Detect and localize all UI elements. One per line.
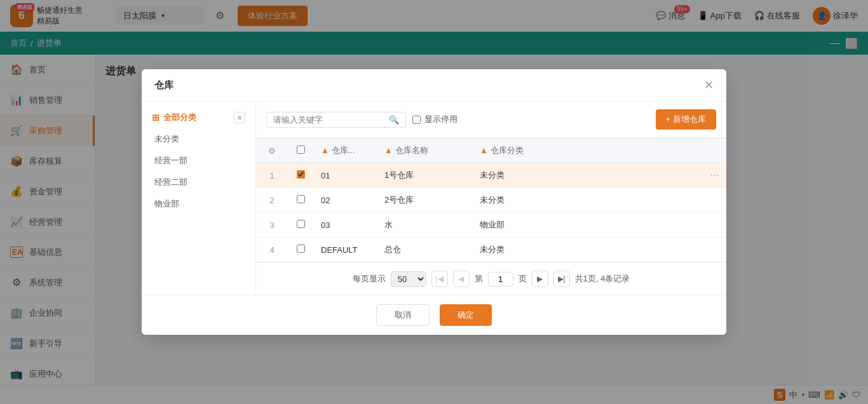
table-row[interactable]: 2 02 2号仓库 未分类 bbox=[256, 188, 726, 213]
row-checkbox[interactable] bbox=[288, 238, 313, 262]
row-code: 02 bbox=[313, 188, 377, 213]
row-check[interactable] bbox=[297, 245, 305, 253]
page-label: 第 bbox=[475, 273, 483, 285]
row-check[interactable] bbox=[297, 195, 305, 203]
search-icon[interactable]: 🔍 bbox=[389, 115, 399, 125]
per-page-select[interactable]: 50 100 200 bbox=[391, 271, 426, 287]
sort-icon: ▲ bbox=[321, 145, 329, 155]
row-number: 3 bbox=[256, 213, 288, 238]
show-disabled-label: 显示停用 bbox=[424, 114, 458, 125]
table-row[interactable]: 4 DEFAULT 总仓 未分类 bbox=[256, 238, 726, 262]
total-info: 共1页, 4条记录 bbox=[575, 273, 630, 285]
search-input-wrap: 🔍 bbox=[266, 112, 406, 128]
search-input[interactable] bbox=[273, 115, 386, 125]
row-number: 1 bbox=[256, 163, 288, 188]
page-input[interactable]: 1 bbox=[488, 272, 513, 286]
select-all-checkbox[interactable] bbox=[297, 145, 305, 154]
th-settings[interactable]: ⚙ bbox=[256, 138, 288, 163]
sort-icon-name: ▲ bbox=[384, 145, 393, 155]
category-panel: ⊞ 全部分类 « 未分类 经营一部 经营二部 物业部 bbox=[142, 102, 256, 295]
pagination-bar: 每页显示 50 100 200 |◀ ◀ 第 1 页 ▶ ▶| 共1页, 4条记… bbox=[256, 262, 726, 295]
warehouse-dialog: 仓库 ✕ ⊞ 全部分类 « 未分类 经营一部 经营二部 物业部 bbox=[142, 69, 726, 335]
table-header-row: ⚙ ▲ 仓库... ▲ 仓库名称 ▲ bbox=[256, 138, 726, 163]
collapse-button[interactable]: « bbox=[234, 112, 245, 123]
row-name: 总仓 bbox=[377, 238, 472, 262]
confirm-button[interactable]: 确定 bbox=[440, 304, 492, 326]
table-row[interactable]: 1 01 1号仓库 未分类··· bbox=[256, 163, 726, 188]
category-all[interactable]: ⊞ 全部分类 « bbox=[142, 107, 255, 128]
row-number: 4 bbox=[256, 238, 288, 262]
last-page-button[interactable]: ▶| bbox=[553, 271, 570, 287]
category-property[interactable]: 物业部 bbox=[142, 193, 255, 215]
th-category[interactable]: ▲ 仓库分类 bbox=[472, 138, 726, 163]
th-checkbox[interactable] bbox=[288, 138, 313, 163]
row-category: 未分类 bbox=[472, 238, 726, 262]
row-name: 2号仓库 bbox=[377, 188, 472, 213]
row-check[interactable] bbox=[297, 220, 305, 228]
row-checkbox[interactable] bbox=[288, 163, 313, 188]
row-category: 物业部 bbox=[472, 213, 726, 237]
dialog-title: 仓库 bbox=[154, 79, 173, 91]
add-warehouse-button[interactable]: + 新增仓库 bbox=[656, 109, 716, 130]
grid-icon: ⊞ bbox=[152, 112, 159, 123]
dialog-body: ⊞ 全部分类 « 未分类 经营一部 经营二部 物业部 � bbox=[142, 102, 726, 295]
prev-page-button[interactable]: ◀ bbox=[453, 271, 470, 287]
row-code: 01 bbox=[313, 163, 377, 188]
row-name: 水 bbox=[377, 213, 472, 238]
dialog-right-panel: 🔍 显示停用 + 新增仓库 ⚙ ▲ bbox=[256, 102, 726, 295]
row-code: DEFAULT bbox=[313, 238, 377, 262]
first-page-button[interactable]: |◀ bbox=[431, 271, 448, 287]
category-operations-2[interactable]: 经营二部 bbox=[142, 172, 255, 193]
next-page-button[interactable]: ▶ bbox=[532, 271, 548, 287]
row-check[interactable] bbox=[297, 170, 305, 178]
cancel-button[interactable]: 取消 bbox=[376, 304, 430, 326]
page-suffix: 页 bbox=[519, 273, 527, 285]
row-checkbox[interactable] bbox=[288, 188, 313, 213]
th-name[interactable]: ▲ 仓库名称 bbox=[377, 138, 472, 163]
th-code[interactable]: ▲ 仓库... bbox=[313, 138, 377, 163]
show-disabled-check[interactable] bbox=[412, 116, 421, 124]
sort-icon-cat: ▲ bbox=[480, 145, 488, 155]
row-name: 1号仓库 bbox=[377, 163, 472, 188]
dialog-header: 仓库 ✕ bbox=[142, 69, 726, 102]
table-row[interactable]: 3 03 水 物业部 bbox=[256, 213, 726, 238]
dialog-close-button[interactable]: ✕ bbox=[704, 78, 714, 92]
category-all-label: 全部分类 bbox=[163, 112, 196, 123]
row-code: 03 bbox=[313, 213, 377, 238]
show-disabled-checkbox[interactable]: 显示停用 bbox=[412, 114, 458, 125]
dialog-search-bar: 🔍 显示停用 + 新增仓库 bbox=[256, 102, 726, 138]
warehouse-table-wrap: ⚙ ▲ 仓库... ▲ 仓库名称 ▲ bbox=[256, 138, 726, 262]
category-unclassified[interactable]: 未分类 bbox=[142, 128, 255, 150]
category-operations-1[interactable]: 经营一部 bbox=[142, 150, 255, 172]
row-category: 未分类 bbox=[472, 188, 726, 212]
per-page-label: 每页显示 bbox=[353, 273, 386, 285]
row-category: 未分类··· bbox=[472, 163, 726, 187]
row-number: 2 bbox=[256, 188, 288, 213]
dialog-footer: 取消 确定 bbox=[142, 295, 726, 335]
row-checkbox[interactable] bbox=[288, 213, 313, 238]
warehouse-table: ⚙ ▲ 仓库... ▲ 仓库名称 ▲ bbox=[256, 138, 726, 262]
row-more-icon[interactable]: ··· bbox=[710, 170, 719, 181]
